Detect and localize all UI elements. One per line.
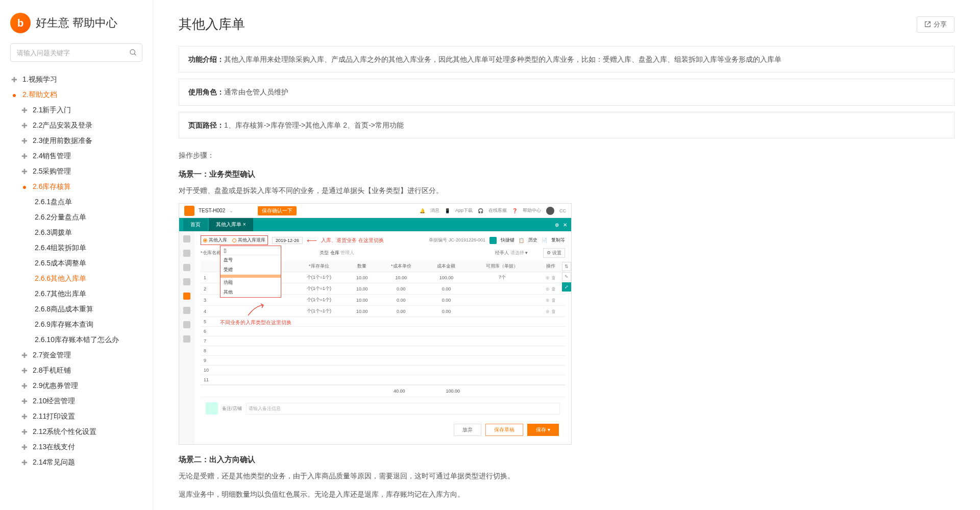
svg-line-1 bbox=[134, 54, 136, 55]
nav-item-video[interactable]: ✚1.视频学习 bbox=[10, 72, 142, 87]
scene1-text: 对于受赠、盘盈或是拆装入库等不同的业务，是通过单据头【业务类型】进行区分。 bbox=[179, 184, 954, 197]
nav-item-2-8[interactable]: ✚2.8手机旺铺 bbox=[10, 363, 142, 378]
share-label: 分享 bbox=[934, 20, 947, 29]
search-wrap bbox=[10, 43, 142, 62]
scene2-title: 场景二：出入方向确认 bbox=[179, 455, 954, 465]
nav-item-2-6-7[interactable]: 2.6.7其他出库单 bbox=[10, 286, 142, 302]
intro-text: 其他入库单用来处理除采购入库、产成品入库之外的其他入库业务，因此其他入库单可处理… bbox=[224, 55, 781, 63]
nav-item-2-6-5[interactable]: 2.6.5成本调整单 bbox=[10, 256, 142, 271]
search-input[interactable] bbox=[10, 43, 142, 62]
nav-item-2-6-10[interactable]: 2.6.10库存账本错了怎么办 bbox=[10, 332, 142, 348]
nav-item-2-7[interactable]: ✚2.7资金管理 bbox=[10, 348, 142, 363]
intro-label: 功能介绍： bbox=[188, 55, 224, 63]
plus-icon: ✚ bbox=[20, 122, 29, 130]
table-row: 7 bbox=[201, 336, 565, 346]
nav-item-docs[interactable]: ●2.帮助文档 bbox=[10, 87, 142, 103]
plus-icon: ✚ bbox=[20, 167, 29, 176]
share-button[interactable]: 分享 bbox=[917, 16, 954, 33]
ss-tab-doc: 其他入库单 × bbox=[209, 218, 253, 231]
nav-item-2-9[interactable]: ✚2.9优惠券管理 bbox=[10, 378, 142, 394]
plus-icon: ✚ bbox=[20, 152, 29, 160]
nav-item-2-4[interactable]: ✚2.4销售管理 bbox=[10, 149, 142, 164]
ss-side-icon bbox=[183, 264, 190, 271]
ss-right-toolbar: ⇅ ✎ ⤢ bbox=[562, 262, 571, 293]
nav-item-2-12[interactable]: ✚2.12系统个性化设置 bbox=[10, 424, 142, 440]
nav-label: 2.10经营管理 bbox=[33, 397, 75, 406]
nav-item-2-6-3[interactable]: 2.6.3调拨单 bbox=[10, 225, 142, 240]
nav-label: 2.6.6其他入库单 bbox=[35, 274, 86, 283]
plus-icon: ✚ bbox=[20, 106, 29, 114]
nav-item-2-6-2[interactable]: 2.6.2分量盘点单 bbox=[10, 210, 142, 225]
ss-btn-save: 保存 ▾ bbox=[527, 424, 559, 436]
ss-btn-draft: 保存草稿 bbox=[485, 424, 523, 436]
ss-sum-qty: 40.00 bbox=[394, 388, 405, 394]
nav-item-2-6-1[interactable]: 2.6.1盘点单 bbox=[10, 195, 142, 210]
nav-item-2-6-6[interactable]: 2.6.6其他入库单 bbox=[10, 271, 142, 286]
nav-label: 2.6.10库存账本错了怎么办 bbox=[35, 335, 119, 345]
ss-type-label: 类型 bbox=[320, 250, 329, 255]
nav-item-2-1[interactable]: ✚2.1新手入门 bbox=[10, 103, 142, 118]
ss-col: *成本单价 bbox=[378, 261, 425, 272]
nav-label: 2.8手机旺铺 bbox=[33, 366, 71, 375]
ss-dd-3: 功能 bbox=[220, 278, 281, 287]
nav-item-2-13[interactable]: ✚2.13在线支付 bbox=[10, 440, 142, 455]
ss-content: ⇅ ✎ ⤢ 其他入库 其他入库退库 2019-12-26 ⟵ bbox=[194, 231, 571, 444]
nav-label: 2.6.4组装拆卸单 bbox=[35, 244, 86, 253]
main-content: 其他入库单 分享 功能介绍：其他入库单用来处理除采购入库、产成品入库之外的其他入… bbox=[153, 0, 980, 510]
plus-icon: ✚ bbox=[10, 76, 18, 84]
arrow-icon bbox=[246, 303, 266, 318]
plus-icon: ✚ bbox=[20, 458, 29, 467]
role-label: 使用角色： bbox=[188, 88, 224, 96]
nav-label: 2.6.1盘点单 bbox=[35, 198, 72, 207]
ss-tr-3: 帮助中心 bbox=[523, 207, 541, 214]
minus-icon: ● bbox=[10, 91, 18, 99]
ss-tr-4: CC bbox=[559, 208, 566, 213]
plus-icon: ✚ bbox=[20, 412, 29, 421]
sidebar: b 好生意 帮助中心 ✚1.视频学习 ●2.帮助文档 ✚2.1新手入门 ✚2.2… bbox=[0, 0, 153, 510]
nav-item-2-10[interactable]: ✚2.10经营管理 bbox=[10, 394, 142, 409]
remark-icon bbox=[206, 402, 218, 415]
plus-icon: ✚ bbox=[20, 397, 29, 405]
ss-body: ⇅ ✎ ⤢ 其他入库 其他入库退库 2019-12-26 ⟵ bbox=[179, 231, 571, 444]
nav-item-2-6-9[interactable]: 2.6.9库存账本查询 bbox=[10, 317, 142, 332]
ss-col: 成本金额 bbox=[425, 261, 468, 272]
table-row: 6 bbox=[201, 327, 565, 336]
nav-label: 2.12系统个性化设置 bbox=[33, 427, 96, 436]
nav-label: 2.6.3调拨单 bbox=[35, 228, 72, 237]
nav-item-2-6[interactable]: ●2.6库存核算 bbox=[10, 179, 142, 195]
nav-label: 2.6.7其他出库单 bbox=[35, 289, 86, 299]
embedded-screenshot: TEST-H002 ⌄ 保存确认一下 🔔消息 📱App下载 🎧在线客服 ❓帮助中… bbox=[179, 203, 572, 445]
ss-topbar-right: 🔔消息 📱App下载 🎧在线客服 ❓帮助中心 CC bbox=[420, 207, 566, 215]
nav-item-2-3[interactable]: ✚2.3使用前数据准备 bbox=[10, 133, 142, 149]
nav-item-2-11[interactable]: ✚2.11打印设置 bbox=[10, 409, 142, 424]
nav-label: 2.6库存核算 bbox=[33, 182, 71, 191]
nav-label: 2.6.9库存账本查询 bbox=[35, 320, 93, 329]
plus-icon: ✚ bbox=[20, 351, 29, 359]
logo-icon: b bbox=[10, 13, 31, 33]
ss-side-icon bbox=[183, 250, 190, 257]
nav-label: 2.5采购管理 bbox=[33, 167, 71, 176]
ss-wh-val: 仓库 bbox=[330, 250, 339, 255]
role-box: 使用角色：通常由仓管人员维护 bbox=[179, 79, 954, 105]
nav-item-2-5[interactable]: ✚2.5采购管理 bbox=[10, 164, 142, 179]
nav-item-2-6-4[interactable]: 2.6.4组装拆卸单 bbox=[10, 240, 142, 256]
nav-label: 2.13在线支付 bbox=[33, 443, 75, 452]
ss-history: 历史 bbox=[528, 237, 537, 244]
ss-side-icon-active bbox=[183, 293, 190, 300]
ss-radio2: 其他入库退库 bbox=[238, 237, 265, 244]
nav-label: 2.11打印设置 bbox=[33, 412, 75, 421]
nav-label: 2.2产品安装及登录 bbox=[33, 121, 92, 130]
ss-redbox-radios: 其他入库 其他入库退库 bbox=[201, 235, 268, 245]
ss-topbar: TEST-H002 ⌄ 保存确认一下 🔔消息 📱App下载 🎧在线客服 ❓帮助中… bbox=[179, 204, 571, 218]
nav-label: 2.6.5成本调整单 bbox=[35, 259, 86, 268]
nav-item-2-14[interactable]: ✚2.14常见问题 bbox=[10, 455, 142, 470]
nav-label: 2.6.2分量盘点单 bbox=[35, 213, 86, 222]
nav-label: 2.14常见问题 bbox=[33, 458, 75, 467]
ss-clerk-ph: 请选择 bbox=[510, 250, 524, 255]
nav-item-2-6-8[interactable]: 2.6.8商品成本重算 bbox=[10, 302, 142, 317]
arrow-icon: ⟵ bbox=[307, 236, 317, 245]
nav-item-2-2[interactable]: ✚2.2产品安装及登录 bbox=[10, 118, 142, 133]
path-box: 页面路径：1、库存核算->库存管理->其他入库单 2、首页->常用功能 bbox=[179, 112, 954, 138]
ss-remark-label: 备注/店铺 bbox=[222, 405, 242, 412]
ss-tab-home: 首页 bbox=[183, 218, 208, 231]
